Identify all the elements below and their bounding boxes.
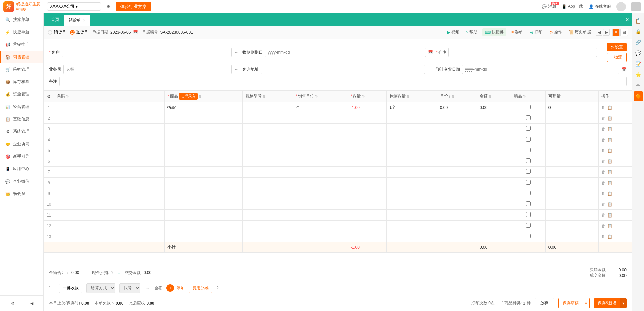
copy-icon[interactable]: 📋 bbox=[607, 224, 612, 228]
gift-checkbox[interactable] bbox=[526, 223, 531, 228]
gift-checkbox[interactable] bbox=[526, 180, 531, 185]
cell-product[interactable] bbox=[165, 113, 243, 124]
total-debt-help[interactable]: ? bbox=[112, 301, 114, 306]
cell-price[interactable] bbox=[437, 178, 477, 188]
cell-spec[interactable] bbox=[243, 167, 293, 178]
gift-checkbox[interactable] bbox=[526, 212, 531, 217]
sidebar-item-basic-info[interactable]: 📋 基础信息 bbox=[0, 113, 43, 125]
cell-qty[interactable] bbox=[348, 210, 387, 221]
cell-spec[interactable] bbox=[243, 178, 293, 188]
cell-spec[interactable] bbox=[243, 134, 293, 145]
cell-barcode[interactable] bbox=[54, 221, 165, 231]
print-button[interactable]: 🖨 打印 bbox=[527, 28, 544, 36]
sidebar-settings-button[interactable]: ⚙ bbox=[7, 300, 17, 307]
customer-address-input[interactable] bbox=[261, 65, 425, 74]
copy-icon[interactable]: 📋 bbox=[607, 213, 612, 218]
expected-delivery-input[interactable] bbox=[462, 65, 619, 74]
cell-qty[interactable]: -1.00 bbox=[348, 102, 387, 113]
warehouse-dots[interactable]: ··· bbox=[599, 50, 605, 55]
cell-product[interactable] bbox=[165, 199, 243, 210]
cell-gift[interactable] bbox=[511, 145, 545, 156]
address-dots[interactable]: ··· bbox=[427, 67, 433, 72]
cell-spec[interactable] bbox=[243, 113, 293, 124]
save-draft-button[interactable]: 保存草稿 bbox=[558, 298, 583, 308]
close-all-tabs-button[interactable]: ✕ bbox=[625, 16, 629, 23]
trial-button[interactable]: 体验行业方案 bbox=[116, 2, 151, 11]
delete-icon[interactable]: 🗑 bbox=[601, 224, 605, 228]
cell-price[interactable] bbox=[437, 231, 477, 242]
cell-barcode[interactable] bbox=[54, 167, 165, 178]
cell-price[interactable] bbox=[437, 167, 477, 178]
cell-barcode[interactable] bbox=[54, 124, 165, 134]
cell-spec[interactable] bbox=[243, 199, 293, 210]
cell-price[interactable] bbox=[437, 188, 477, 199]
right-panel-btn-5[interactable]: 📝 bbox=[634, 59, 643, 69]
avatar[interactable] bbox=[616, 2, 626, 11]
cell-barcode[interactable] bbox=[54, 145, 165, 156]
right-panel-btn-1[interactable]: 📋 bbox=[634, 16, 643, 26]
help-button[interactable]: ? 帮助 bbox=[464, 28, 480, 36]
delete-icon[interactable]: 🗑 bbox=[601, 191, 605, 196]
cell-price[interactable] bbox=[437, 134, 477, 145]
save-new-button[interactable]: 保存&新增 bbox=[594, 298, 620, 308]
cell-price[interactable] bbox=[437, 221, 477, 231]
radio-return[interactable]: 退货单 bbox=[70, 29, 88, 35]
cell-qty[interactable] bbox=[348, 231, 387, 242]
cell-qty[interactable] bbox=[348, 167, 387, 178]
setup-button[interactable]: ⚙ 设置 bbox=[607, 43, 627, 51]
sort-icon[interactable]: ⇅ bbox=[66, 94, 69, 98]
one-key-checkbox[interactable] bbox=[49, 286, 53, 290]
delete-icon[interactable]: 🗑 bbox=[601, 234, 605, 239]
cell-qty[interactable] bbox=[348, 134, 387, 145]
cell-product[interactable] bbox=[165, 124, 243, 134]
gift-checkbox[interactable] bbox=[526, 191, 531, 195]
due-date-input[interactable] bbox=[265, 48, 426, 57]
cell-product[interactable] bbox=[165, 134, 243, 145]
cell-barcode[interactable] bbox=[54, 210, 165, 221]
tab-sales-order[interactable]: 销货单 ✕ bbox=[64, 15, 90, 26]
sidebar-item-marketing[interactable]: 📢 营销推广 bbox=[0, 38, 43, 51]
salesperson-dots[interactable]: ··· bbox=[234, 67, 240, 72]
delete-icon[interactable]: 🗑 bbox=[601, 116, 605, 121]
filter-button[interactable]: ≡ 选单 bbox=[509, 28, 525, 36]
radio-sale[interactable]: 销货单 bbox=[48, 29, 66, 35]
cell-product[interactable] bbox=[165, 156, 243, 167]
scan-button[interactable]: 扫码录入 bbox=[179, 93, 198, 100]
right-panel-btn-6[interactable]: ⭐ bbox=[634, 70, 643, 79]
delete-icon[interactable]: 🗑 bbox=[601, 170, 605, 174]
cell-barcode[interactable] bbox=[54, 102, 165, 113]
sidebar-item-purchase[interactable]: 🛒 采购管理 bbox=[0, 63, 43, 76]
sidebar-item-enterprise[interactable]: 🤝 企业协同 bbox=[0, 138, 43, 150]
sidebar-item-sales[interactable]: 🏠 销售管理 bbox=[0, 51, 43, 63]
gift-checkbox[interactable] bbox=[526, 158, 531, 163]
shortcut-button[interactable]: ⌨ 快捷键 bbox=[482, 28, 506, 36]
copy-icon[interactable]: 📋 bbox=[607, 116, 612, 121]
cell-qty[interactable] bbox=[348, 156, 387, 167]
sidebar-item-inventory[interactable]: 📦 库存核算 bbox=[0, 76, 43, 88]
payment-help-icon[interactable]: ? bbox=[216, 286, 219, 290]
account-dots[interactable]: ··· bbox=[144, 286, 150, 290]
right-panel-btn-2[interactable]: 🔒 bbox=[634, 27, 643, 36]
cell-spec[interactable] bbox=[243, 156, 293, 167]
gift-checkbox[interactable] bbox=[526, 148, 531, 152]
cell-gift[interactable] bbox=[511, 188, 545, 199]
discount-help-icon[interactable]: ? bbox=[111, 270, 114, 275]
cell-product[interactable] bbox=[165, 221, 243, 231]
sidebar-item-guide[interactable]: 🎯 新手引导 bbox=[0, 150, 43, 163]
cell-gift[interactable] bbox=[511, 199, 545, 210]
add-payment-button[interactable]: + bbox=[166, 284, 174, 292]
user-extra[interactable] bbox=[631, 2, 641, 11]
sidebar-search[interactable]: 🔍 搜索菜单 bbox=[0, 13, 43, 26]
cell-qty[interactable] bbox=[348, 199, 387, 210]
right-panel-btn-3[interactable]: 🔗 bbox=[634, 38, 643, 47]
actions-button[interactable]: ⚙ 操作 bbox=[547, 28, 564, 36]
save-new-arrow-button[interactable]: ▾ bbox=[620, 298, 627, 308]
grid-view-button[interactable]: ⊞ bbox=[620, 29, 628, 36]
cell-spec[interactable] bbox=[243, 231, 293, 242]
settings-icon[interactable]: ⚙ bbox=[104, 2, 113, 11]
cell-qty[interactable] bbox=[348, 113, 387, 124]
delete-icon[interactable]: 🗑 bbox=[601, 138, 605, 142]
cell-price[interactable] bbox=[437, 156, 477, 167]
history-button[interactable]: 📜 历史单据 bbox=[567, 28, 593, 36]
cell-gift[interactable] bbox=[511, 102, 545, 113]
